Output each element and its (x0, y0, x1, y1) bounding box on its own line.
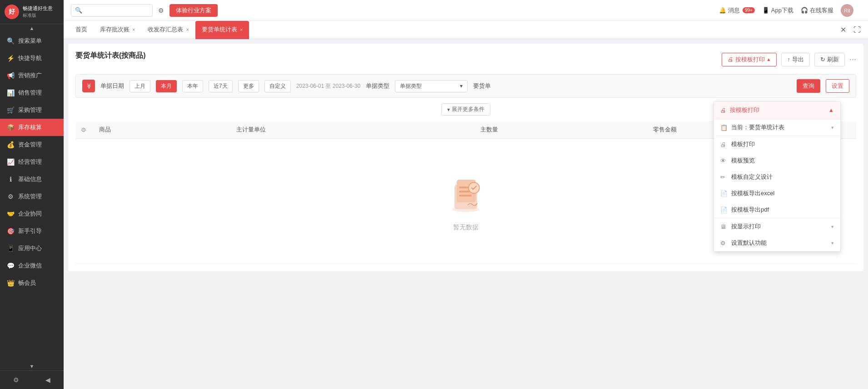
topbar-gear-icon[interactable]: ⚙ (158, 7, 164, 14)
megaphone-icon: 📢 (6, 72, 15, 79)
settings-bottom-btn[interactable]: ⚙ (10, 374, 23, 385)
default-section-icon: ⚙ (720, 240, 728, 247)
headset-icon: 🎧 (801, 7, 808, 14)
design-item-icon: ✏ (720, 174, 728, 181)
sidebar-item-basic-info[interactable]: ℹ 基础信息 (0, 171, 64, 188)
order-type-filter-label: 单据类型 (366, 82, 389, 90)
tab-order-summary-label: 要货单统计表 (202, 25, 237, 34)
print-template-btn[interactable]: 🖨 按模板打印 ▲ (722, 53, 777, 66)
messages-btn[interactable]: 🔔 消息 99+ (719, 6, 755, 15)
tab-maximize-btn[interactable]: ⛶ (852, 24, 863, 36)
collapse-btn[interactable]: ◀ (42, 374, 54, 385)
trending-icon: 📈 (6, 158, 15, 166)
tabbar: 首页 库存批次账 × 收发存汇总表 × 要货单统计表 × ✕ ⛶ (64, 21, 868, 39)
sidebar-item-enterprise-wechat[interactable]: 💬 企业微信 (0, 257, 64, 274)
tab-inventory-batch-close[interactable]: × (132, 27, 135, 32)
current-template-label: 当前：要货单统计表 (731, 123, 784, 131)
template-export-excel-label: 按模板导出excel (731, 189, 774, 197)
tab-close-all-btn[interactable]: ✕ (838, 24, 848, 36)
dropdown-section-display[interactable]: 🖥 按显示打印 ▾ (714, 218, 840, 235)
dropdown-template-preview[interactable]: 👁 模板预览 (714, 152, 840, 169)
sidebar-item-label: 企业协同 (18, 210, 42, 218)
order-type-select[interactable]: 单据类型 ▾ (395, 80, 468, 92)
date-btn-this-year[interactable]: 本年 (182, 80, 203, 92)
tab-receivables-summary-close[interactable]: × (186, 27, 189, 32)
sidebar-item-label: 资金管理 (18, 141, 42, 149)
messages-label: 消息 (728, 6, 740, 15)
flash-icon: ⚡ (6, 55, 15, 62)
display-section-label: 按显示打印 (731, 222, 761, 231)
chevron-down-icon: ▾ (447, 106, 450, 113)
sidebar-item-marketing[interactable]: 📢 营销推广 (0, 67, 64, 84)
tab-order-summary[interactable]: 要货单统计表 × (195, 21, 249, 39)
template-print-label: 模板打印 (731, 140, 755, 148)
refresh-icon: ↻ (820, 56, 825, 63)
sidebar-item-system[interactable]: ⚙ 系统管理 (0, 188, 64, 205)
dropdown-template-print[interactable]: 🖨 模板打印 (714, 136, 840, 152)
money-icon: 💰 (6, 141, 15, 148)
table-settings-icon[interactable]: ⚙ (81, 126, 86, 133)
sidebar: 好 畅捷通好生意 标准版 ▲ 🔍 搜索菜单 ⚡ 快捷导航 📢 营销推广 📊 销售… (0, 0, 64, 389)
sidebar-item-label: 畅会员 (18, 279, 36, 287)
app-name: 畅捷通好生意 (23, 5, 53, 12)
date-btn-last-month[interactable]: 上月 (130, 80, 150, 92)
tab-order-summary-close[interactable]: × (240, 27, 243, 32)
user-avatar[interactable]: Rit (841, 4, 853, 17)
date-btn-more[interactable]: 更多 (238, 80, 259, 92)
sidebar-item-label: 快捷导航 (18, 54, 42, 62)
dropdown-close-chevron[interactable]: ▲ (828, 107, 834, 113)
sidebar-item-purchase[interactable]: 🛒 采购管理 (0, 101, 64, 119)
filter-expand-btn[interactable]: ≫ (82, 80, 95, 92)
main-area: 🔍 ⚙ 体验行业方案 🔔 消息 99+ 📱 App下载 🎧 在线客服 Rit (64, 0, 868, 389)
sidebar-item-enterprise[interactable]: 🤝 企业协同 (0, 205, 64, 222)
sidebar-item-finance[interactable]: 💰 资金管理 (0, 136, 64, 153)
sidebar-item-member[interactable]: 👑 畅会员 (0, 274, 64, 292)
sidebar-item-label: 新手引导 (18, 227, 42, 235)
sidebar-item-guide[interactable]: 🎯 新手引导 (0, 222, 64, 240)
tab-receivables-summary[interactable]: 收发存汇总表 × (141, 21, 195, 39)
dropdown-header-left: 🖨 按模板打印 (720, 106, 759, 114)
date-btn-7days[interactable]: 近7天 (209, 80, 233, 92)
current-template-chevron: ▾ (831, 125, 834, 131)
sidebar-scroll-down[interactable]: ▼ (0, 362, 64, 370)
topbar-right: 🔔 消息 99+ 📱 App下载 🎧 在线客服 Rit (719, 4, 861, 17)
expand-more-btn[interactable]: ▾ 展开更多条件 (441, 103, 490, 116)
refresh-btn[interactable]: ↻ 刷新 (814, 53, 845, 66)
sidebar-item-app-center[interactable]: 📱 应用中心 (0, 240, 64, 257)
app-download-btn[interactable]: 📱 App下载 (762, 6, 793, 15)
date-btn-this-month[interactable]: 本月 (156, 80, 177, 92)
query-btn[interactable]: 查询 (797, 79, 820, 93)
chevron-down-icon: ▾ (460, 83, 463, 89)
sidebar-item-label: 经营管理 (18, 158, 42, 166)
logo-icon: 好 (5, 5, 19, 19)
experience-btn[interactable]: 体验行业方案 (170, 4, 218, 17)
dropdown-template-design[interactable]: ✏ 模板自定义设计 (714, 169, 840, 185)
sidebar-item-quick-nav[interactable]: ⚡ 快捷导航 (0, 50, 64, 67)
tab-inventory-batch[interactable]: 库存批次账 × (94, 21, 141, 39)
sidebar-item-search[interactable]: 🔍 搜索菜单 (0, 32, 64, 50)
more-options-icon[interactable]: ··· (849, 55, 856, 64)
dropdown-current-template[interactable]: 📋 当前：要货单统计表 ▾ (714, 119, 840, 136)
date-filter-label: 单据日期 (100, 82, 124, 90)
dropdown-title: 按模板打印 (730, 106, 759, 114)
filter-bar: ≫ 单据日期 上月 本月 本年 近7天 更多 自定义 2023-06-01 至 … (75, 74, 856, 98)
tab-receivables-summary-label: 收发存汇总表 (148, 25, 183, 34)
dropdown-section-default[interactable]: ⚙ 设置默认功能 ▾ (714, 235, 840, 251)
sidebar-bottom: ⚙ ◀ (0, 370, 64, 389)
sidebar-item-inventory[interactable]: 📦 库存核算 (0, 119, 64, 136)
settings-filter-btn[interactable]: 设置 (826, 79, 849, 93)
sidebar-scroll-up[interactable]: ▲ (0, 24, 64, 32)
pdf-item-icon: 📄 (720, 207, 728, 213)
chevron-up-icon: ▲ (767, 57, 771, 62)
dropdown-template-export-excel[interactable]: 📄 按模板导出excel (714, 185, 840, 202)
goods-filter-label: 要货单 (473, 82, 491, 90)
topbar-search[interactable]: 🔍 (71, 4, 153, 17)
sidebar-item-sales[interactable]: 📊 销售管理 (0, 84, 64, 101)
dropdown-template-export-pdf[interactable]: 📄 按模板导出pdf (714, 202, 840, 218)
online-service-btn[interactable]: 🎧 在线客服 (801, 6, 833, 15)
sidebar-item-operations[interactable]: 📈 经营管理 (0, 153, 64, 171)
export-btn[interactable]: ↑ 导出 (781, 53, 810, 66)
tab-inventory-batch-label: 库存批次账 (100, 25, 130, 34)
date-btn-custom[interactable]: 自定义 (264, 80, 291, 92)
tab-home[interactable]: 首页 (69, 21, 94, 39)
